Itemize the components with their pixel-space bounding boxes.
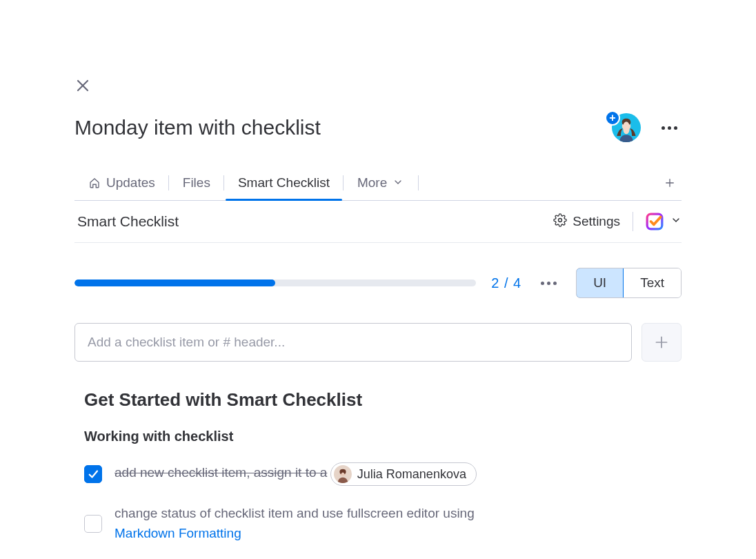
section-subtitle: Working with checklist xyxy=(84,429,682,444)
home-icon xyxy=(88,177,101,189)
gear-icon xyxy=(553,213,567,231)
item-more-menu[interactable] xyxy=(657,122,682,134)
close-button[interactable] xyxy=(74,77,91,94)
checkbox[interactable] xyxy=(84,465,102,483)
progress-bar xyxy=(74,280,476,286)
tab-smart-checklist[interactable]: Smart Checklist xyxy=(224,168,344,200)
panel-title: Smart Checklist xyxy=(77,213,179,230)
tab-updates[interactable]: Updates xyxy=(74,168,169,200)
assignee-avatar-icon xyxy=(334,465,352,483)
add-user-icon: + xyxy=(605,110,620,126)
toggle-ui[interactable]: UI xyxy=(576,268,624,298)
progress-count: 2 / 4 xyxy=(491,275,521,291)
chevron-down-icon xyxy=(392,177,405,189)
item-text: add new checklist item, assign it to a xyxy=(115,465,327,480)
tab-label: Smart Checklist xyxy=(238,175,330,190)
add-tab-button[interactable] xyxy=(658,171,682,197)
toggle-text[interactable]: Text xyxy=(623,268,681,297)
tab-label: More xyxy=(357,175,387,190)
chevron-down-icon xyxy=(670,215,682,228)
item-title: Monday item with checklist xyxy=(74,116,321,139)
add-item-button[interactable] xyxy=(641,323,682,362)
svg-point-5 xyxy=(559,218,562,222)
tab-more[interactable]: More xyxy=(344,168,419,200)
checklist-app-icon xyxy=(646,213,664,231)
avatar[interactable]: + xyxy=(612,113,641,142)
assignee-name: Julia Romanenkova xyxy=(357,467,466,482)
settings-button[interactable]: Settings xyxy=(553,213,620,231)
checkbox[interactable] xyxy=(84,515,102,533)
checklist-item[interactable]: change status of checklist item and use … xyxy=(84,504,682,543)
progress-more-menu[interactable] xyxy=(537,277,561,289)
view-toggle: UI Text xyxy=(576,268,682,298)
section-title: Get Started with Smart Checklist xyxy=(84,389,682,411)
checklist-item[interactable]: add new checklist item, assign it to a J… xyxy=(84,462,682,486)
item-text: change status of checklist item and use … xyxy=(115,504,475,543)
tab-label: Files xyxy=(183,175,210,190)
app-switcher[interactable] xyxy=(646,213,682,231)
add-item-input[interactable] xyxy=(74,323,632,362)
settings-label: Settings xyxy=(573,214,620,229)
tab-label: Updates xyxy=(106,175,155,190)
assignee-chip[interactable]: Julia Romanenkova xyxy=(330,462,477,486)
tab-files[interactable]: Files xyxy=(169,168,224,200)
markdown-link[interactable]: Markdown Formatting xyxy=(115,526,241,540)
tabs: Updates Files Smart Checklist More xyxy=(74,168,682,201)
